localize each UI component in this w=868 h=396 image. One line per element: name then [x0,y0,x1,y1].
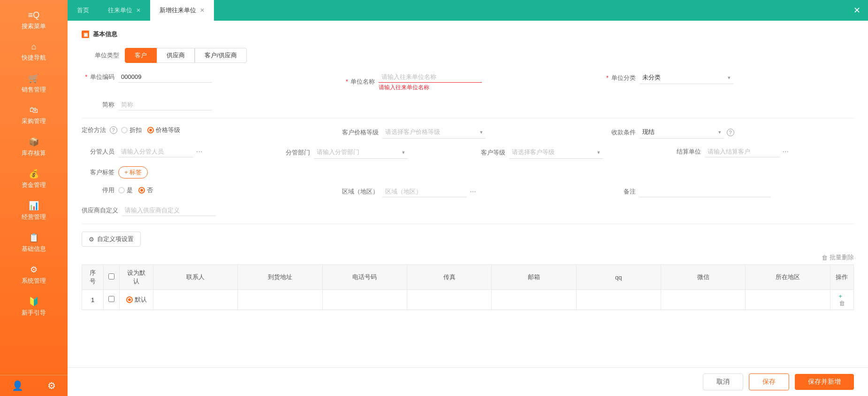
col-index: 序号 [82,265,104,290]
row-contact[interactable] [153,290,238,310]
row-phone[interactable] [322,290,407,310]
save-new-button[interactable]: 保存并新增 [795,374,854,390]
sidebar-item-purchase[interactable]: 🛍 采购管理 [0,100,68,131]
unit-category-select[interactable]: 未分类 ▾ [640,71,733,84]
payment-terms-select[interactable]: 现结 ▾ [640,126,724,139]
row-index: 1 [82,290,104,310]
unit-type-label: 单位类型 [82,51,119,60]
sidebar-item-finance[interactable]: 💰 资金管理 [0,163,68,195]
row-checkbox[interactable] [108,296,114,302]
row-qq[interactable] [576,290,661,310]
sidebar-item-sales[interactable]: 🛒 销售管理 [0,68,68,100]
custom-settings-button[interactable]: ⚙ 自定义项设置 [82,232,141,247]
settlement-more-icon[interactable]: ··· [783,148,789,156]
radio-yes-circle [118,187,125,194]
department-chevron: ▾ [402,149,405,155]
settings-bottom-icon[interactable]: ⚙ [47,380,56,391]
customer-price-select[interactable]: 请选择客户价格等级 ▾ [382,126,486,139]
sidebar-item-search[interactable]: ≡Q 搜索菜单 [0,5,68,36]
pricing-help-icon[interactable]: ? [110,126,117,134]
unit-type-both[interactable]: 客户/供应商 [195,48,247,63]
row-region[interactable] [746,290,830,310]
field-disabled: 停用 是 否 [82,186,342,194]
select-all-checkbox[interactable] [108,273,114,280]
manager-more-icon[interactable]: ··· [196,148,202,156]
row-default-cell: 默认 [120,290,153,310]
col-fax: 传真 [407,265,492,290]
unit-type-supplier[interactable]: 供应商 [157,48,195,63]
manager-input[interactable] [118,146,193,157]
unit-type-row: 单位类型 客户 供应商 客户/供应商 [82,48,854,63]
form-row-supplier-custom: 供应商自定义 [82,205,854,216]
manager-label: 分管人员 [82,148,114,156]
note-input[interactable] [640,186,771,197]
sidebar-item-guide[interactable]: 🔰 新手引导 [0,291,68,323]
payment-terms-label: 收款条件 [603,128,636,137]
sidebar-item-quicknav[interactable]: ⌂ 快捷导航 [0,36,68,68]
supplier-custom-input[interactable] [122,205,216,216]
disabled-radios: 是 否 [118,186,153,194]
sidebar-item-operations[interactable]: 📊 经营管理 [0,195,68,227]
unit-name-error: 请输入往来单位名称 [379,84,593,92]
form-row-tags: 客户标签 + 标签 [82,166,854,179]
field-note: 备注 [603,186,854,197]
sidebar-item-inventory[interactable]: 📦 库存核算 [0,131,68,163]
section-header: ▣ 基本信息 [82,30,854,39]
unit-name-input[interactable] [379,71,482,83]
trash-icon: 🗑 [822,254,828,261]
field-tags: 客户标签 + 标签 [82,166,854,179]
row-email[interactable] [492,290,576,310]
unit-type-customer[interactable]: 客户 [125,48,157,63]
customer-price-chevron: ▾ [480,129,483,135]
unit-code-input[interactable] [118,71,212,83]
cancel-button[interactable]: 取消 [703,373,743,390]
row-fax[interactable] [407,290,492,310]
department-select[interactable]: 请输入分管部门 ▾ [314,146,408,159]
radio-no-circle [138,187,145,194]
col-email: 邮箱 [492,265,576,290]
settlement-input[interactable] [705,146,780,157]
window-close-button[interactable]: ✕ [853,5,860,16]
radio-price-level[interactable]: 价格等级 [147,126,180,134]
region-more-icon[interactable]: ··· [470,187,476,196]
sidebar-item-system[interactable]: ⚙ 系统管理 [0,259,68,291]
field-unit-name: * 单位名称 请输入往来单位名称 [342,71,602,92]
form-row-misc: 停用 是 否 区域（地区） ··· [82,186,854,197]
table-header-row: 序号 设为默认 联系人 到货地址 电话号码 传真 邮箱 qq 微信 所在地区 操… [82,265,854,290]
sidebar: ≡Q 搜索菜单 ⌂ 快捷导航 🛒 销售管理 🛍 采购管理 📦 库存核算 💰 资金… [0,0,68,396]
tab-new-partner-close[interactable]: ✕ [200,7,205,14]
customer-price-label: 客户价格等级 [342,128,379,137]
unit-category-label: * 单位分类 [603,74,636,82]
col-address: 到货地址 [238,265,322,290]
form-row-basic: * 单位编码 * 单位名称 请输入往来单位名称 * 单位分类 [82,71,854,92]
radio-disabled-no[interactable]: 否 [138,186,153,194]
delete-row-icon[interactable]: 🗑 [839,300,845,307]
department-label: 分管部门 [277,148,310,157]
tag-add-button[interactable]: + 标签 [118,166,148,179]
row-address[interactable] [238,290,322,310]
col-qq: qq [576,265,661,290]
batch-delete-label[interactable]: 批量删除 [830,253,854,262]
radio-discount-circle [121,127,128,133]
save-button[interactable]: 保存 [749,373,789,390]
add-row-icon[interactable]: + [839,293,843,300]
tab-home[interactable]: 首页 [68,0,99,21]
section-icon: ▣ [82,31,89,38]
radio-disabled-yes[interactable]: 是 [118,186,133,194]
field-manager: 分管人员 ··· [82,146,277,157]
region-input[interactable] [382,186,467,197]
row-wechat[interactable] [661,290,746,310]
payment-terms-help-icon[interactable]: ? [727,129,734,136]
field-region: 区域（地区） ··· [342,186,602,197]
tab-partner[interactable]: 往来单位 ✕ [99,0,150,21]
tab-partner-close[interactable]: ✕ [136,7,141,14]
sidebar-item-basicinfo[interactable]: 📋 基础信息 [0,227,68,259]
shortname-input[interactable] [118,99,212,110]
tab-new-partner[interactable]: 新增往来单位 ✕ [150,0,214,21]
col-default: 设为默认 [120,265,153,290]
radio-discount[interactable]: 折扣 [121,126,142,134]
user-icon[interactable]: 👤 [12,380,23,391]
payment-terms-chevron: ▾ [718,129,721,135]
customer-level-select[interactable]: 请选择客户等级 ▾ [509,146,603,159]
customer-level-label: 客户等级 [472,148,505,157]
